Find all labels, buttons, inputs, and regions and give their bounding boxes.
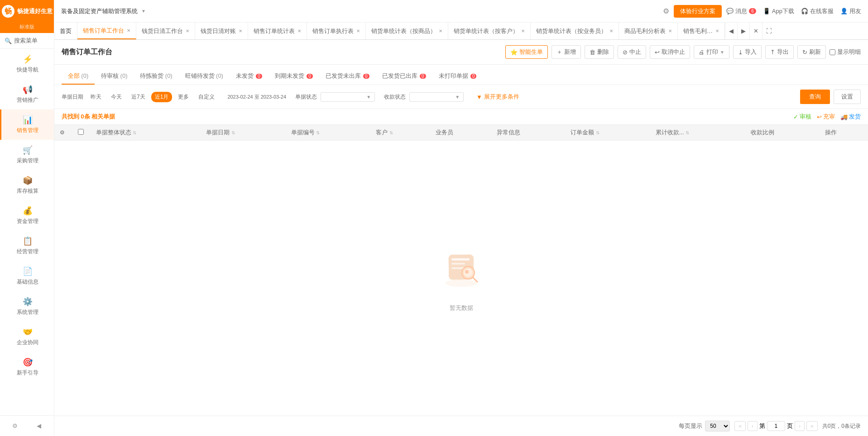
tab-margin-analysis[interactable]: 商品毛利分析表 ✕ (619, 23, 678, 39)
date-btn-today[interactable]: 今天 (107, 92, 125, 102)
import-button[interactable]: ⤓ 导入 (733, 45, 762, 59)
sidebar-item-operations[interactable]: 📋 经营管理 (0, 231, 54, 261)
tab-sales-margin-close[interactable]: ✕ (715, 28, 719, 33)
sidebar-item-inventory[interactable]: 📦 库存核算 (0, 170, 54, 200)
sidebar-item-marketing[interactable]: 📢 营销推广 (0, 79, 54, 109)
sidebar-item-sales[interactable]: 📊 销售管理 (0, 109, 54, 140)
tab-sales-order-workbench[interactable]: 销售订单工作台 ✕ (77, 23, 136, 39)
cancel-stop-button[interactable]: ↩ 取消中止 (650, 45, 690, 59)
tab-goods-stats-product[interactable]: 销货单统计表（按商品） ✕ (366, 23, 448, 39)
col-date[interactable]: 单据日期 ⇅ (201, 125, 285, 141)
date-btn-more[interactable]: 更多 (174, 92, 192, 102)
select-all-checkbox[interactable] (78, 129, 84, 135)
page-number-input[interactable] (767, 421, 785, 431)
refresh-button[interactable]: ↻ 刷新 (797, 45, 826, 59)
filter-tab-pending-review[interactable]: 待审核 (0) (95, 68, 134, 85)
date-btn-1month[interactable]: 近1月 (151, 92, 173, 102)
sidebar-item-purchase[interactable]: 🛒 采购管理 (0, 140, 54, 170)
sidebar-item-collab[interactable]: 🤝 企业协同 (0, 322, 54, 352)
filter-tab-all[interactable]: 全部 (0) (62, 68, 95, 85)
show-detail-checkbox[interactable]: 显示明细 (830, 48, 861, 56)
stop-button[interactable]: ⊘ 中止 (618, 45, 646, 59)
tab-reconcile[interactable]: 钱货日清对账 ✕ (195, 23, 248, 39)
tab-sales-margin[interactable]: 销售毛利… ✕ (678, 23, 725, 39)
col-number[interactable]: 单据编号 ⇅ (286, 125, 370, 141)
batch-approve-btn[interactable]: ✓ 审核 (793, 113, 811, 121)
filter-tab-not-printed[interactable]: 未打印单据 0 (432, 68, 483, 85)
col-collected[interactable]: 累计收款... ⇅ (650, 125, 746, 141)
cancel-stop-icon: ↩ (655, 49, 660, 56)
page-next-btn[interactable]: › (795, 421, 805, 431)
col-status[interactable]: 单据整体状态 ⇅ (91, 125, 201, 141)
tab-order-stats-close[interactable]: ✕ (297, 28, 301, 33)
payment-select[interactable]: ▼ (409, 92, 464, 102)
page-prev-btn[interactable]: ‹ (748, 421, 758, 431)
tab-daily-clear[interactable]: 钱货日清工作台 ✕ (136, 23, 195, 39)
tab-goods-stats-product-close[interactable]: ✕ (439, 28, 442, 33)
filter-tab-shipped-not-out[interactable]: 已发货未出库 0 (319, 68, 376, 85)
expand-more-btn[interactable]: ▼ 展开更多条件 (473, 91, 523, 103)
app-download-btn[interactable]: 📱 App下载 (763, 7, 794, 15)
sidebar-collapse-btn[interactable]: ◀ (29, 420, 50, 431)
tab-goods-stats-customer[interactable]: 销货单统计表（按客户） ✕ (448, 23, 531, 39)
header-settings-icon[interactable]: ⚙ (663, 7, 669, 15)
sidebar-item-system[interactable]: ⚙️ 系统管理 (0, 291, 54, 322)
batch-revoke-btn[interactable]: ↩ 充审 (817, 113, 835, 121)
filter-tab-shop-pending-ship[interactable]: 旺铺待发货 (0) (179, 68, 230, 85)
show-detail-input[interactable] (830, 49, 835, 55)
tab-order-exec[interactable]: 销售订单执行表 ✕ (307, 23, 366, 39)
filter-tab-shipped-out[interactable]: 已发货已出库 0 (376, 68, 432, 85)
system-title-dropdown-icon[interactable]: ▼ (141, 9, 146, 14)
tab-goods-stats-salesperson-close[interactable]: ✕ (609, 28, 613, 33)
message-btn[interactable]: 💬 消息 6 (726, 7, 756, 15)
tab-next-btn[interactable]: ▶ (737, 23, 749, 39)
search-bar: 单据日期 昨天 今天 近7天 近1月 更多 自定义 2023-02-24 至 2… (54, 85, 868, 109)
tab-margin-analysis-close[interactable]: ✕ (668, 28, 672, 33)
date-btn-7days[interactable]: 近7天 (128, 92, 149, 102)
date-btn-yesterday[interactable]: 昨天 (87, 92, 105, 102)
batch-ship-btn[interactable]: 🚚 发货 (840, 113, 861, 121)
sidebar-item-basicinfo[interactable]: 📄 基础信息 (0, 261, 54, 291)
delete-button[interactable]: 🗑 删除 (585, 45, 614, 59)
sidebar-item-search[interactable]: 🔍 搜索菜单 (0, 33, 54, 49)
tab-daily-clear-close[interactable]: ✕ (186, 28, 189, 33)
query-button[interactable]: 查询 (800, 90, 830, 104)
tab-home[interactable]: 首页 (54, 23, 77, 39)
tab-fullscreen-btn[interactable]: ⛶ (762, 23, 776, 39)
filter-tab-not-shipped[interactable]: 未发货 0 (230, 68, 269, 85)
page-first-btn[interactable]: « (734, 421, 746, 431)
col-amount[interactable]: 订单金额 ⇅ (565, 125, 650, 141)
filter-tab-pending-inspect[interactable]: 待拣验货 (0) (134, 68, 178, 85)
print-button[interactable]: 🖨 打印 ▼ (694, 45, 729, 59)
col-settings[interactable]: ⚙ (54, 125, 72, 141)
tab-close-all-btn[interactable]: ✕ (749, 23, 762, 39)
settings-button[interactable]: 设置 (834, 90, 861, 104)
tab-order-stats[interactable]: 销售订单统计表 ✕ (248, 23, 307, 39)
sidebar-item-finance[interactable]: 💰 资金管理 (0, 200, 54, 231)
tab-goods-stats-customer-close[interactable]: ✕ (521, 28, 525, 33)
tab-sales-order-workbench-close[interactable]: ✕ (127, 28, 130, 33)
online-support-btn[interactable]: 🎧 在线客服 (801, 7, 834, 15)
tab-order-exec-close[interactable]: ✕ (356, 28, 360, 33)
tab-prev-btn[interactable]: ◀ (725, 23, 737, 39)
status-select[interactable]: ▼ (321, 92, 375, 102)
export-button[interactable]: ⤒ 导出 (765, 45, 794, 59)
tab-reconcile-close[interactable]: ✕ (239, 28, 242, 33)
date-range-text: 2023-02-24 至 2023-03-24 (227, 94, 286, 100)
smart-generate-button[interactable]: ⭐ 智能生单 (505, 45, 548, 59)
col-customer[interactable]: 客户 ⇅ (370, 125, 430, 141)
page-size-dropdown[interactable]: 20 50 100 (705, 421, 730, 431)
sidebar-settings-btn[interactable]: ⚙ (5, 420, 25, 431)
sidebar-item-guide[interactable]: 🎯 新手引导 (0, 352, 54, 382)
date-btn-custom[interactable]: 自定义 (195, 92, 218, 102)
user-menu-btn[interactable]: 👤 用友 (840, 7, 861, 15)
col-salesperson[interactable]: 业务员 (430, 125, 491, 141)
tab-goods-stats-salesperson[interactable]: 销货单统计表（按业务员） ✕ (531, 23, 619, 39)
industry-solution-button[interactable]: 体验行业方案 (674, 5, 722, 18)
col-checkbox[interactable] (72, 125, 91, 141)
page-last-btn[interactable]: » (806, 421, 818, 431)
add-button[interactable]: ＋ 新增 (551, 45, 581, 59)
filter-tab-overdue-not-shipped[interactable]: 到期未发货 0 (269, 68, 319, 85)
search-actions: 查询 设置 (800, 90, 861, 104)
sidebar-item-quicknav[interactable]: ⚡ 快捷导航 (0, 49, 54, 79)
